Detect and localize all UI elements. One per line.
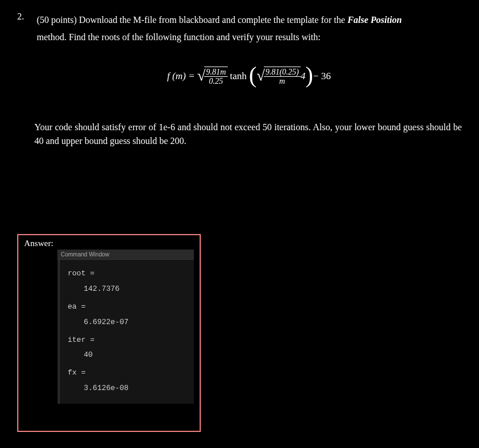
- eq-frac1-den: 0.25: [207, 77, 225, 85]
- root-label: root =: [68, 269, 186, 279]
- intro-text: (50 points) Download the M-file from bla…: [37, 15, 402, 42]
- eq-tanh: tanh: [230, 71, 247, 82]
- equation: f (m) = √ 9.81m 0.25 tanh ( √ 9.81(0.25)…: [37, 67, 461, 86]
- eq-frac2-num: 9.81(0.25): [264, 68, 301, 77]
- intro-part-a: Download the M-file from blackboard and …: [79, 15, 348, 25]
- eq-lhs: f (m) =: [167, 71, 194, 82]
- eq-frac-1: 9.81m 0.25: [204, 67, 228, 86]
- ea-label: ea =: [68, 302, 186, 312]
- problem-number: 2.: [17, 11, 34, 22]
- answer-label: Answer:: [24, 239, 194, 248]
- command-window: Command Window root = 142.7376 ea = 6.69…: [57, 250, 194, 404]
- sqrt-icon: √: [197, 67, 205, 84]
- points-label: (50 points): [37, 15, 77, 25]
- eq-tail: − 36: [313, 71, 331, 82]
- eq-frac2-den: m: [278, 77, 287, 85]
- command-window-title: Command Window: [57, 250, 194, 260]
- sqrt-icon-2: √: [256, 67, 264, 84]
- command-window-body: root = 142.7376 ea = 6.6922e-07 iter = 4…: [59, 260, 194, 404]
- method-name: False Position: [348, 15, 402, 25]
- iter-label: iter =: [68, 336, 186, 345]
- fx-label: fx =: [68, 368, 186, 378]
- fx-value: 3.6126e-08: [84, 384, 186, 394]
- eq-frac1-num: 9.81m: [204, 68, 228, 77]
- problem-block: 2. (50 points) Download the M-file from …: [17, 11, 462, 115]
- constraint-text: Your code should satisfy error of 1e-6 a…: [17, 120, 462, 148]
- eq-frac-2: 9.81(0.25) m: [264, 67, 301, 86]
- iter-value: 40: [84, 350, 186, 360]
- answer-box: Answer: Command Window root = 142.7376 e…: [17, 234, 201, 432]
- root-value: 142.7376: [84, 285, 186, 294]
- ea-value: 6.6922e-07: [84, 318, 186, 328]
- eq-exponent: 4: [301, 71, 306, 82]
- intro-part-b: method. Find the roots of the following …: [37, 32, 321, 42]
- problem-body: (50 points) Download the M-file from bla…: [37, 11, 461, 115]
